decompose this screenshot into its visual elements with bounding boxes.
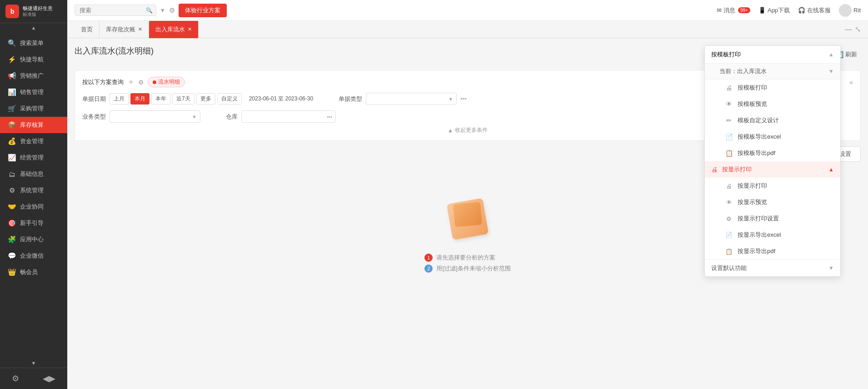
dp-template-preview-icon: 👁 bbox=[725, 100, 733, 108]
business-type-select[interactable] bbox=[110, 110, 200, 123]
search-input[interactable] bbox=[75, 5, 156, 16]
dp-footer-chevron[interactable]: ▼ bbox=[828, 265, 834, 271]
dp-display-icon: 🖨 bbox=[711, 166, 718, 173]
tab-inout-flow[interactable]: 出入库流水 ✕ bbox=[149, 21, 199, 38]
dp-sub-chevron[interactable]: ▼ bbox=[828, 68, 834, 75]
finance-icon: 💰 bbox=[7, 137, 16, 145]
tab-inout-flow-close[interactable]: ✕ bbox=[188, 26, 192, 32]
sidebar-item-label-system: 系统管理 bbox=[20, 186, 44, 194]
dp-display-excel[interactable]: 📄 按显示导出excel bbox=[705, 227, 840, 243]
sidebar-item-system[interactable]: ⚙ 系统管理 bbox=[0, 182, 67, 199]
sidebar-bottom: ⚙ ◀▶ bbox=[0, 368, 67, 389]
dp-item-template-excel[interactable]: 📄 按模板导出excel bbox=[705, 129, 840, 145]
sidebar-item-search[interactable]: 🔍 搜索菜单 bbox=[0, 35, 67, 51]
purchase-icon: 🛒 bbox=[7, 105, 16, 113]
sidebar-item-purchase[interactable]: 🛒 采购管理 bbox=[0, 100, 67, 117]
page-title: 出入库流水(流水明细) bbox=[75, 45, 154, 56]
sidebar-item-inventory[interactable]: 📦 库存核算 bbox=[0, 117, 67, 133]
dp-display-print-icon: 🖨 bbox=[725, 183, 733, 190]
dp-item-template-preview[interactable]: 👁 按模板预览 bbox=[705, 96, 840, 112]
vip-icon: 👑 bbox=[7, 268, 16, 276]
dp-display-section-header[interactable]: 🖨 按显示打印 ▲ bbox=[705, 161, 840, 178]
date-field: 单据日期 上月 本月 本年 近7天 更多 自定义 2023-06-01 至 20… bbox=[82, 93, 313, 105]
dp-display-settings-label: 按显示打印设置 bbox=[738, 214, 779, 223]
dp-display-print-settings[interactable]: ⚙ 按显示打印设置 bbox=[705, 210, 840, 227]
dp-item-template-pdf[interactable]: 📋 按模板导出pdf bbox=[705, 145, 840, 161]
dp-current-label: 当前：出入库流水 bbox=[719, 67, 767, 75]
logo-title: 畅捷通好生意 bbox=[23, 5, 53, 11]
app-download-btn[interactable]: 📱 App下载 bbox=[758, 6, 790, 15]
dp-display-print-label: 按显示打印 bbox=[738, 182, 767, 190]
dp-item-template-custom[interactable]: ✏ 模板自定义设计 bbox=[705, 112, 840, 129]
sidebar-item-label-marketing: 营销推广 bbox=[20, 72, 44, 80]
apps-icon: 🧩 bbox=[7, 235, 16, 244]
collapse-sidebar-btn[interactable]: ◀▶ bbox=[39, 372, 59, 385]
warehouse-field: 仓库 ••• bbox=[226, 110, 336, 123]
tab-expand-btn[interactable]: ⤡ bbox=[855, 25, 861, 34]
sidebar-scroll-up[interactable]: ▲ bbox=[0, 23, 67, 32]
user-avatar-btn[interactable]: Rit bbox=[839, 4, 861, 17]
sidebar-item-sales[interactable]: 📊 销售管理 bbox=[0, 84, 67, 100]
current-month-btn[interactable]: 本月 bbox=[130, 93, 150, 105]
tab-inventory-batch[interactable]: 库存批次账 ✕ bbox=[100, 21, 149, 38]
custom-date-btn[interactable]: 自定义 bbox=[217, 93, 242, 105]
filter-add-btn[interactable]: ＋ bbox=[127, 77, 135, 87]
filter-collapse-toggle[interactable]: « bbox=[849, 79, 853, 86]
prev-month-btn[interactable]: 上月 bbox=[110, 93, 129, 105]
industry-btn[interactable]: 体验行业方案 bbox=[179, 4, 227, 17]
sidebar-item-wechat[interactable]: 💬 企业微信 bbox=[0, 248, 67, 264]
last-7-days-btn[interactable]: 近7天 bbox=[172, 93, 195, 105]
tab-minimize-btn[interactable]: — bbox=[845, 25, 852, 34]
topbar-gear-icon[interactable]: ⚙ bbox=[169, 6, 175, 15]
app-download-label: App下载 bbox=[768, 6, 790, 15]
online-service-btn[interactable]: 🎧 在线客服 bbox=[798, 6, 831, 15]
dp-header-title: 按模板打印 bbox=[711, 50, 741, 59]
current-year-btn[interactable]: 本年 bbox=[151, 93, 170, 105]
dp-footer-label: 设置默认功能 bbox=[711, 264, 747, 272]
filter-gear-btn[interactable]: ⚙ bbox=[138, 79, 144, 86]
sidebar-item-enterprise[interactable]: 🤝 企业协同 bbox=[0, 199, 67, 215]
dp-header-chevron[interactable]: ▲ bbox=[828, 51, 834, 58]
tab-inout-flow-label: 出入库流水 bbox=[155, 25, 185, 34]
quick-nav-icon: ⚡ bbox=[7, 55, 16, 64]
step-2-num: 2 bbox=[424, 264, 433, 273]
warehouse-input[interactable] bbox=[241, 110, 336, 123]
dp-display-print[interactable]: 🖨 按显示打印 bbox=[705, 178, 840, 194]
date-label: 单据日期 bbox=[82, 95, 106, 103]
dp-sub-header[interactable]: 当前：出入库流水 ▼ bbox=[705, 64, 840, 80]
message-btn[interactable]: ✉ 消息 99+ bbox=[717, 6, 750, 15]
dp-item-template-print[interactable]: 🖨 按模板打印 bbox=[705, 80, 840, 96]
dp-template-excel-icon: 📄 bbox=[725, 133, 733, 140]
tab-inventory-batch-close[interactable]: ✕ bbox=[138, 26, 142, 32]
dp-display-pdf[interactable]: 📋 按显示导出pdf bbox=[705, 243, 840, 259]
sidebar-item-apps[interactable]: 🧩 应用中心 bbox=[0, 231, 67, 248]
warehouse-more-btn[interactable]: ••• bbox=[327, 114, 332, 120]
more-date-btn[interactable]: 更多 bbox=[196, 93, 215, 105]
dp-template-excel-label: 按模板导出excel bbox=[738, 133, 781, 141]
sidebar-item-finance[interactable]: 💰 资金管理 bbox=[0, 133, 67, 150]
sidebar-item-operation[interactable]: 📈 经营管理 bbox=[0, 150, 67, 166]
sidebar-item-vip[interactable]: 👑 畅会员 bbox=[0, 264, 67, 280]
operation-icon: 📈 bbox=[7, 154, 16, 162]
settings-bottom-btn[interactable]: ⚙ bbox=[8, 372, 23, 385]
sidebar-item-basic[interactable]: 🗂 基础信息 bbox=[0, 166, 67, 182]
topbar-left: 🔍 ▼ ⚙ 体验行业方案 bbox=[75, 4, 227, 17]
sidebar-item-marketing[interactable]: 📢 营销推广 bbox=[0, 68, 67, 84]
filter-tag-dot bbox=[153, 80, 156, 84]
empty-steps: 1 请先选择要分析的方案 2 用[过滤]条件来缩小分析范围 bbox=[424, 251, 510, 275]
sidebar-nav: 🔍 搜索菜单 ⚡ 快捷导航 📢 营销推广 📊 销售管理 🛒 采购管理 📦 库存核… bbox=[0, 32, 67, 359]
dp-footer[interactable]: 设置默认功能 ▼ bbox=[705, 259, 840, 276]
dp-display-chevron[interactable]: ▲ bbox=[828, 166, 834, 173]
refresh-label: 刷新 bbox=[845, 50, 857, 59]
search-icon: 🔍 bbox=[7, 39, 16, 47]
sidebar-item-guide[interactable]: 🎯 新手引导 bbox=[0, 215, 67, 231]
tab-home[interactable]: 首页 bbox=[75, 21, 100, 38]
dp-template-print-icon: 🖨 bbox=[725, 84, 733, 91]
doc-type-select[interactable] bbox=[366, 93, 457, 105]
sidebar-scroll-down[interactable]: ▼ bbox=[0, 359, 67, 368]
dp-display-preview[interactable]: 👁 按显示预览 bbox=[705, 194, 840, 210]
doc-type-more-btn[interactable]: ••• bbox=[460, 95, 467, 102]
empty-step-1: 1 请先选择要分析的方案 bbox=[424, 254, 510, 262]
sidebar-item-quick-nav[interactable]: ⚡ 快捷导航 bbox=[0, 51, 67, 68]
topbar-chevron-icon[interactable]: ▼ bbox=[160, 7, 165, 14]
